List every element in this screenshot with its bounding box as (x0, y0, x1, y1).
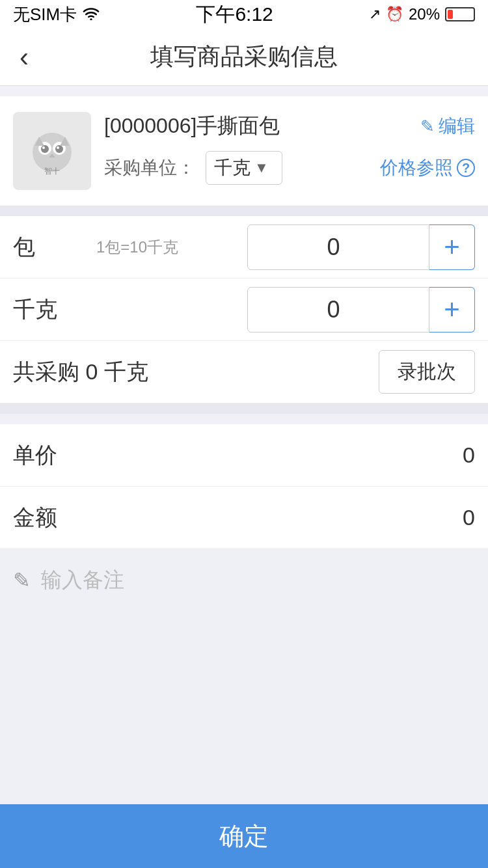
battery-percent: 20% (409, 5, 440, 23)
summary-row: 共采购 0 千克 录批次 (0, 341, 488, 403)
section-divider-1 (0, 206, 488, 216)
wifi-icon (82, 5, 100, 25)
product-placeholder-icon: 智十 (26, 125, 78, 177)
unit-select[interactable]: 千克 ▼ (206, 151, 282, 185)
svg-point-6 (42, 146, 45, 149)
battery-icon (445, 7, 475, 21)
nav-bar: ‹ 填写商品采购信息 (0, 29, 488, 86)
kg-plus-button[interactable]: + (429, 287, 475, 332)
product-name: [0000006]手撕面包 (104, 112, 280, 141)
back-button[interactable]: ‹ (13, 37, 35, 77)
section-divider-2 (0, 403, 488, 414)
confirm-button[interactable]: 确定 (0, 804, 488, 868)
edit-button[interactable]: ✎ 编辑 (420, 114, 475, 139)
page-title: 填写商品采购信息 (150, 41, 338, 73)
product-name-row: [0000006]手撕面包 ✎ 编辑 (104, 112, 475, 141)
remark-placeholder: 输入备注 (41, 566, 124, 595)
pencil-icon: ✎ (13, 568, 31, 593)
unit-price-row: 单价 0 (0, 424, 488, 487)
status-bar-time: 下午6:12 (196, 1, 273, 28)
svg-point-4 (41, 145, 49, 153)
price-reference-button[interactable]: 价格参照 ? (380, 156, 475, 180)
product-card: 智十 [0000006]手撕面包 ✎ 编辑 采购单位： 千克 ▼ 价格参照 ? (0, 96, 488, 206)
unit-price-value: 0 (463, 442, 475, 468)
input-section: 包 1包=10千克 + 千克 + (0, 216, 488, 341)
price-section: 单价 0 金额 0 (0, 424, 488, 549)
amount-row: 金额 0 (0, 487, 488, 549)
svg-point-0 (90, 18, 92, 20)
edit-label: 编辑 (439, 114, 475, 139)
location-icon: ↗ (369, 6, 381, 23)
bag-input-row: 包 1包=10千克 + (0, 216, 488, 278)
summary-text: 共采购 0 千克 (13, 357, 148, 387)
batch-button[interactable]: 录批次 (379, 350, 475, 394)
svg-point-7 (57, 146, 59, 149)
dropdown-arrow-icon: ▼ (254, 159, 269, 176)
kg-input-controls: + (247, 287, 475, 332)
svg-text:智十: 智十 (44, 167, 60, 176)
bag-label: 包 (13, 232, 91, 262)
svg-point-5 (55, 145, 63, 153)
status-bar-left: 无SIM卡 (13, 3, 100, 26)
kg-quantity-input[interactable] (247, 287, 429, 332)
unit-label: 采购单位： (104, 156, 195, 180)
status-bar-right: ↗ ⏰ 20% (369, 5, 475, 23)
product-image: 智十 (13, 112, 91, 190)
price-ref-label: 价格参照 (380, 156, 453, 180)
status-bar: 无SIM卡 下午6:12 ↗ ⏰ 20% (0, 0, 488, 29)
kg-label: 千克 (13, 295, 91, 325)
product-unit-row: 采购单位： 千克 ▼ 价格参照 ? (104, 151, 475, 185)
bag-sublabel: 1包=10千克 (96, 237, 178, 258)
alarm-icon: ⏰ (386, 6, 403, 23)
question-mark-icon: ? (457, 159, 475, 177)
bag-plus-button[interactable]: + (429, 224, 475, 270)
unit-value: 千克 (214, 156, 251, 180)
unit-price-label: 单价 (13, 441, 57, 470)
bag-quantity-input[interactable] (247, 224, 429, 270)
amount-value: 0 (463, 505, 475, 530)
edit-icon: ✎ (420, 116, 435, 137)
carrier-label: 无SIM卡 (13, 3, 77, 26)
bag-input-controls: + (247, 224, 475, 270)
product-info: [0000006]手撕面包 ✎ 编辑 采购单位： 千克 ▼ 价格参照 ? (104, 112, 475, 185)
kg-input-row: 千克 + (0, 278, 488, 341)
amount-label: 金额 (13, 503, 57, 533)
remark-section[interactable]: ✎ 输入备注 (0, 549, 488, 612)
